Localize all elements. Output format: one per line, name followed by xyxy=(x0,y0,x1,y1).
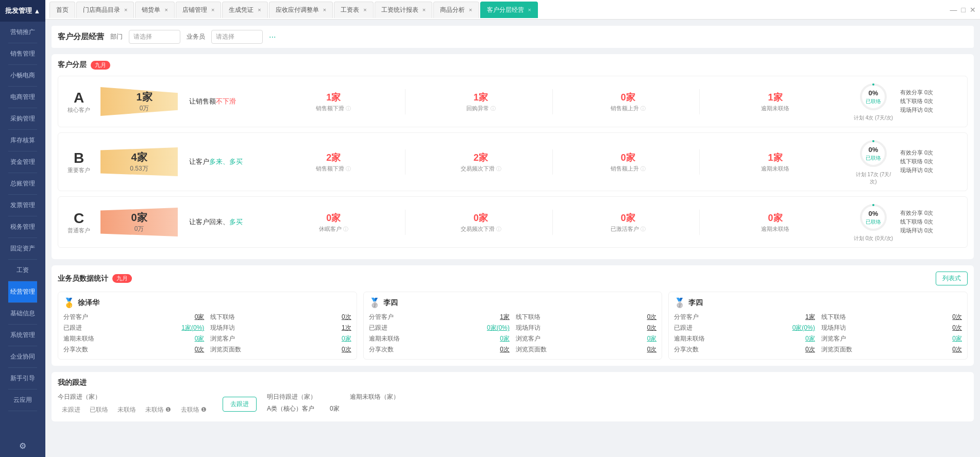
tier-stats-B: 2家销售额下滑 ⓘ2家交易频次下滑 ⓘ0家销售额上升 ⓘ1家逾期未联络 xyxy=(262,149,847,175)
sidebar-title: 批发管理 xyxy=(5,6,32,15)
stat-item-A-0: 1家销售额下滑 ⓘ xyxy=(262,89,405,114)
tab-门店商品目录[interactable]: 门店商品目录× xyxy=(76,2,134,18)
staff-name-0: 徐泽华 xyxy=(78,298,99,308)
tab-应收应付调整单[interactable]: 应收应付调整单× xyxy=(269,2,333,18)
tier-circle-C: 0% 已联络 计划 0次 (0天/次) xyxy=(853,202,894,242)
tab-销货单[interactable]: 销货单× xyxy=(135,2,174,18)
tab-actions: — □ ✕ xyxy=(950,6,976,14)
staff-label: 业务员 xyxy=(187,32,205,41)
tab-close-工资表[interactable]: × xyxy=(363,7,366,13)
list-view-button[interactable]: 列表式 xyxy=(936,272,968,285)
sidebar-item-采购管理[interactable]: 采购管理 xyxy=(8,108,37,130)
overdue-followup: 逾期未联络（家） xyxy=(350,393,399,404)
sidebar-item-基础信息[interactable]: 基础信息 xyxy=(8,303,37,325)
tab-工资统计报表[interactable]: 工资统计报表× xyxy=(375,2,432,18)
tab-商品分析[interactable]: 商品分析× xyxy=(433,2,479,18)
tier-bar-A: 1家 0万 xyxy=(100,87,183,116)
tab-bar: 首页门店商品目录×销货单×店铺管理×生成凭证×应收应付调整单×工资表×工资统计报… xyxy=(45,0,980,20)
tier-right-stats-B: 有效分享 0次线下联络 0次现场拜访 0次 xyxy=(900,149,962,175)
tier-stats-A: 1家销售额下滑 ⓘ1家回购异常 ⓘ0家销售额上升 ⓘ1家逾期未联络 xyxy=(262,89,847,114)
sidebar-item-经营管理[interactable]: 经营管理 xyxy=(8,281,37,303)
tab-close-门店商品目录[interactable]: × xyxy=(124,7,127,13)
stat-item-C-0: 0家休眠客户 ⓘ xyxy=(262,210,405,235)
staff-stats-grid-0: 分管客户0家线下联络0次已跟进1家(0%)现场拜访1次逾期未联络0家浏览客户0家… xyxy=(63,313,351,354)
tab-客户分层经营[interactable]: 客户分层经营× xyxy=(480,2,538,18)
tab-close-店铺管理[interactable]: × xyxy=(211,7,214,13)
window-maximize-icon[interactable]: □ xyxy=(961,6,966,14)
staff-stat-row: 现场拜访0次 xyxy=(516,324,656,332)
tab-店铺管理[interactable]: 店铺管理× xyxy=(176,2,221,18)
tier-slogan-A: 让销售额不下滑 xyxy=(189,97,256,106)
staff-stat-row: 逾期未联络0家 xyxy=(674,334,815,343)
staff-name-2: 李四 xyxy=(688,298,703,308)
tier-row-C: C普通客户 0家 0万 让客户回来、多买0家休眠客户 ⓘ0家交易频次下滑 ⓘ0家… xyxy=(58,196,968,248)
followup-section: 我的跟进 今日跟进（家） 未跟进 已联络 未联络 未联络 ❶ 去联络 ❶ xyxy=(52,372,974,421)
dept-select[interactable]: 请选择 xyxy=(129,30,180,44)
tier-letter-A: A核心客户 xyxy=(63,90,94,114)
staff-stat-row: 浏览客户0家 xyxy=(516,334,656,343)
sidebar-item-企业协同[interactable]: 企业协同 xyxy=(8,346,37,368)
goto-followup-button[interactable]: 去跟进 xyxy=(223,397,257,412)
sidebar-toggle-icon[interactable]: ▲ xyxy=(34,7,41,15)
staff-select[interactable]: 请选择 xyxy=(211,30,263,44)
biz-section-title: 业务员数据统计 xyxy=(58,274,108,283)
sidebar-item-新手引导[interactable]: 新手引导 xyxy=(8,368,37,390)
stat-item-B-2: 0家销售额上升 ⓘ xyxy=(557,149,700,175)
tier-slogan-B: 让客户多来、多买 xyxy=(189,157,256,166)
sidebar-item-总账管理[interactable]: 总账管理 xyxy=(8,173,37,195)
tier-letter-B: B重要客户 xyxy=(63,150,94,174)
staff-medal-1: 🥈 xyxy=(369,297,380,309)
biz-month-badge: 九月 xyxy=(112,274,132,283)
staff-stat-row: 分享次数0次 xyxy=(369,345,510,354)
tab-close-销货单[interactable]: × xyxy=(164,7,167,13)
today-followup: 今日跟进（家） 未跟进 已联络 未联络 未联络 ❶ 去联络 ❶ xyxy=(58,393,212,415)
sidebar-item-营销推广[interactable]: 营销推广 xyxy=(8,22,37,43)
biz-stats-section: 业务员数据统计 九月 列表式 🥇徐泽华分管客户0家线下联络0次已跟进1家(0%)… xyxy=(52,265,974,366)
right-stat-item: 线下联络 0次 xyxy=(900,158,962,165)
sidebar-item-系统管理[interactable]: 系统管理 xyxy=(8,325,37,346)
tab-close-商品分析[interactable]: × xyxy=(469,7,472,13)
window-close-icon[interactable]: ✕ xyxy=(970,6,976,14)
tab-生成凭证[interactable]: 生成凭证× xyxy=(222,2,267,18)
sidebar-item-库存核算[interactable]: 库存核算 xyxy=(8,130,37,151)
dept-label: 部门 xyxy=(110,32,123,41)
sidebar-item-电商管理[interactable]: 电商管理 xyxy=(8,87,37,108)
staff-medal-0: 🥇 xyxy=(63,297,75,309)
main-area: 首页门店商品目录×销货单×店铺管理×生成凭证×应收应付调整单×工资表×工资统计报… xyxy=(45,0,980,457)
sidebar: 批发管理 ▲ 营销推广销售管理小畅电商电商管理采购管理库存核算资金管理总账管理发… xyxy=(0,0,45,457)
sidebar-item-工资[interactable]: 工资 xyxy=(8,260,37,281)
tier-letter-C: C普通客户 xyxy=(63,210,94,234)
tab-close-工资统计报表[interactable]: × xyxy=(423,7,426,13)
right-stat-item: 有效分享 0次 xyxy=(900,89,962,96)
sidebar-settings-icon[interactable]: ⚙ xyxy=(0,435,45,457)
sidebar-item-云应用[interactable]: 云应用 xyxy=(8,390,37,411)
sidebar-item-销售管理[interactable]: 销售管理 xyxy=(8,43,37,65)
more-filters-icon[interactable]: ··· xyxy=(269,32,276,42)
window-minimize-icon[interactable]: — xyxy=(950,6,957,14)
staff-stat-row: 已跟进0家(0%) xyxy=(674,324,815,332)
overdue-followup-title: 逾期未联络（家） xyxy=(350,393,399,401)
staff-stat-row: 浏览客户0家 xyxy=(210,334,351,343)
tab-close-客户分层经营[interactable]: × xyxy=(528,7,531,13)
staff-stat-row: 逾期未联络0家 xyxy=(369,334,510,343)
tab-首页[interactable]: 首页 xyxy=(49,2,75,18)
stat-item-C-3: 0家逾期未联络 xyxy=(704,210,847,235)
staff-medal-2: 🥈 xyxy=(674,297,685,309)
tier-month-badge: 九月 xyxy=(91,61,110,70)
stat-item-C-1: 0家交易频次下滑 ⓘ xyxy=(410,210,553,235)
right-stat-item: 现场拜访 0次 xyxy=(900,106,962,114)
staff-stat-row: 浏览客户0家 xyxy=(821,334,962,343)
stat-item-B-0: 2家销售额下滑 ⓘ xyxy=(262,149,405,175)
tier-row-B: B重要客户 4家 0.53万 让客户多来、多买2家销售额下滑 ⓘ2家交易频次下滑… xyxy=(58,132,968,191)
sidebar-item-固定资产[interactable]: 固定资产 xyxy=(8,238,37,260)
staff-stat-row: 分管客户1家 xyxy=(674,313,815,321)
sidebar-item-小畅电商[interactable]: 小畅电商 xyxy=(8,65,37,87)
sidebar-item-发票管理[interactable]: 发票管理 xyxy=(8,195,37,216)
tab-工资表[interactable]: 工资表× xyxy=(334,2,373,18)
sidebar-item-资金管理[interactable]: 资金管理 xyxy=(8,151,37,173)
right-stat-item: 有效分享 0次 xyxy=(900,149,962,157)
tomorrow-followup: 明日待跟进（家） A类（核心）客户 0家 xyxy=(267,393,340,413)
tab-close-生成凭证[interactable]: × xyxy=(258,7,261,13)
tab-close-应收应付调整单[interactable]: × xyxy=(323,7,326,13)
sidebar-item-税务管理[interactable]: 税务管理 xyxy=(8,216,37,238)
